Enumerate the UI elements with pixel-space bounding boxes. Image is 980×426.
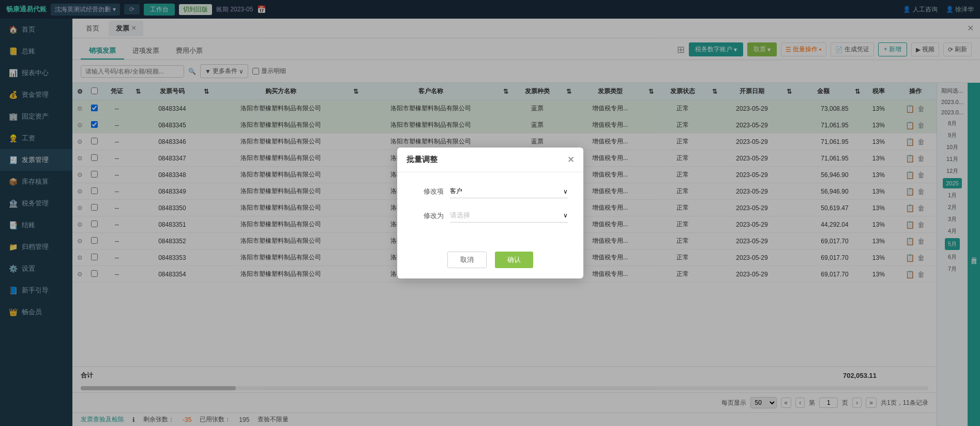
modify-to-select[interactable]: 请选择 ∨ xyxy=(450,209,568,223)
modify-to-placeholder: 请选择 xyxy=(450,211,470,220)
confirm-btn[interactable]: 确认 xyxy=(495,252,533,268)
cancel-btn[interactable]: 取消 xyxy=(447,252,487,268)
modify-to-chevron: ∨ xyxy=(563,212,568,219)
modify-item-chevron: ∨ xyxy=(563,188,568,195)
modal-overlay[interactable]: 批量调整 ✕ 修改项 客户 ∨ 修改为 请选择 ∨ 取消 确认 xyxy=(0,0,980,426)
modal-header: 批量调整 ✕ xyxy=(397,148,583,172)
modify-item-select[interactable]: 客户 ∨ xyxy=(450,185,568,198)
modal-footer: 取消 确认 xyxy=(397,245,583,278)
modify-item-value: 客户 xyxy=(450,187,462,196)
batch-adjust-modal: 批量调整 ✕ 修改项 客户 ∨ 修改为 请选择 ∨ 取消 确认 xyxy=(397,148,583,278)
modal-close-btn[interactable]: ✕ xyxy=(567,155,574,165)
modal-body: 修改项 客户 ∨ 修改为 请选择 ∨ xyxy=(397,172,583,245)
modify-to-row: 修改为 请选择 ∨ xyxy=(413,209,568,223)
modify-to-label: 修改为 xyxy=(413,211,444,221)
modify-item-row: 修改项 客户 ∨ xyxy=(413,185,568,198)
modal-title: 批量调整 xyxy=(406,155,438,165)
modify-item-label: 修改项 xyxy=(413,187,444,196)
